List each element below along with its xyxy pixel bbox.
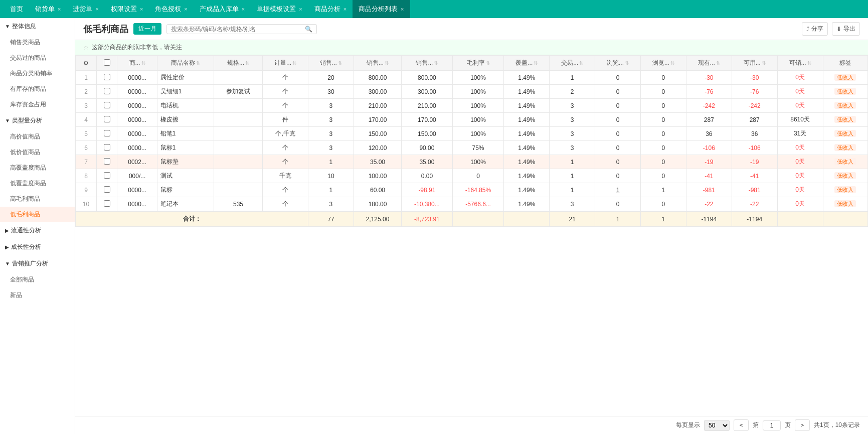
col-coverage[interactable]: 覆盖...⇅ [504, 56, 550, 71]
nav-role-auth[interactable]: 角色授权 × [149, 0, 193, 18]
row-select-checkbox[interactable] [104, 158, 110, 165]
col-browse1[interactable]: 浏览...⇅ [595, 56, 641, 71]
nav-home[interactable]: 首页 [4, 0, 29, 18]
row-browse1[interactable]: 1 [595, 183, 641, 197]
tag-badge: 低收入 [834, 116, 856, 123]
sort-icon: ⇅ [141, 60, 145, 66]
row-checkbox[interactable] [97, 141, 117, 155]
row-checkbox[interactable] [97, 85, 117, 99]
row-tag: 低收入 [823, 197, 867, 212]
col-checkbox[interactable] [97, 56, 117, 71]
close-icon[interactable]: × [140, 6, 143, 12]
row-select-checkbox[interactable] [104, 88, 110, 94]
search-icon[interactable]: 🔍 [305, 26, 312, 33]
sidebar-item-sales-products[interactable]: 销售类商品 [0, 35, 75, 50]
close-icon[interactable]: × [299, 6, 302, 12]
col-saleable[interactable]: 可销...⇅ [777, 56, 823, 71]
nav-sales-order[interactable]: 销货单 × [29, 0, 67, 18]
row-spec [214, 71, 262, 85]
search-input[interactable] [171, 26, 305, 33]
sidebar-section-overall[interactable]: ▼ 整体信息 [0, 18, 75, 35]
sidebar-item-category-sales-rate[interactable]: 商品分类助销率 [0, 66, 75, 81]
col-name[interactable]: 商品名称⇅ [157, 56, 214, 71]
row-checkbox[interactable] [97, 71, 117, 85]
row-checkbox[interactable] [97, 155, 117, 169]
tag-badge: 低收入 [834, 144, 856, 151]
col-browse2[interactable]: 浏览...⇅ [640, 56, 686, 71]
sidebar-section-marketing[interactable]: ▼ 营销推广分析 [0, 255, 75, 272]
row-saleable: 0天 [777, 183, 823, 197]
row-name: 吴细细1 [157, 85, 214, 99]
prev-page-button[interactable]: ＜ [734, 419, 749, 431]
row-checkbox[interactable] [97, 197, 117, 212]
col-sales-price[interactable]: 销售...⇅ [354, 56, 401, 71]
close-icon[interactable]: × [242, 6, 245, 12]
row-checkbox[interactable] [97, 127, 117, 141]
sidebar-item-traded-products[interactable]: 交易过的商品 [0, 50, 75, 66]
col-settings[interactable]: ⚙ [76, 56, 97, 71]
col-trade-count[interactable]: 交易...⇅ [550, 56, 595, 71]
row-settings: 1 [76, 71, 97, 85]
row-coverage: 1.49% [504, 141, 550, 155]
sidebar-item-in-stock-products[interactable]: 有库存的商品 [0, 81, 75, 97]
row-checkbox[interactable] [97, 113, 117, 127]
nav-template-settings[interactable]: 单据模板设置 × [251, 0, 308, 18]
row-browse2: 1 [640, 183, 686, 197]
close-icon[interactable]: × [184, 6, 187, 12]
close-icon[interactable]: × [95, 6, 98, 12]
next-page-button[interactable]: ＞ [795, 419, 810, 431]
close-icon[interactable]: × [343, 6, 346, 12]
export-button[interactable]: ⬇ 导出 [832, 22, 860, 36]
nav-product-analysis[interactable]: 商品分析 × [308, 0, 353, 18]
nav-product-analysis-list[interactable]: 商品分析列表 × [353, 0, 410, 18]
row-select-checkbox[interactable] [104, 74, 110, 80]
row-sales-price: 60.00 [354, 183, 401, 197]
row-select-checkbox[interactable] [104, 144, 110, 151]
row-select-checkbox[interactable] [104, 102, 110, 108]
row-select-checkbox[interactable] [104, 116, 110, 122]
sidebar-item-low-value[interactable]: 低价值商品 [0, 144, 75, 160]
col-unit[interactable]: 计量...⇅ [263, 56, 308, 71]
row-select-checkbox[interactable] [104, 200, 110, 207]
close-icon[interactable]: × [401, 6, 404, 12]
date-filter-button[interactable]: 近一月 [133, 23, 161, 35]
browse1-link[interactable]: 1 [616, 187, 620, 194]
select-all-checkbox[interactable] [104, 59, 110, 66]
nav-product-inbound[interactable]: 产成品入库单 × [194, 0, 251, 18]
sidebar-item-all-products[interactable]: 全部商品 [0, 272, 75, 287]
sidebar-section-liquidity[interactable]: ▶ 流通性分析 [0, 222, 75, 239]
sidebar-item-high-value[interactable]: 高价值商品 [0, 129, 75, 144]
row-available: -981 [732, 183, 777, 197]
row-select-checkbox[interactable] [104, 172, 110, 179]
col-gross-rate[interactable]: 毛利率⇅ [452, 56, 504, 71]
per-page-select[interactable]: 50 100 200 [704, 420, 730, 431]
col-available[interactable]: 可用...⇅ [732, 56, 777, 71]
col-sales-qty[interactable]: 销售...⇅ [308, 56, 354, 71]
warning-bar: ☆ 这部分商品的利润非常低，请关注 [75, 40, 868, 55]
sidebar-item-stock-capital[interactable]: 库存资金占用 [0, 97, 75, 112]
sidebar: ▼ 整体信息 销售类商品 交易过的商品 商品分类助销率 有库存的商品 库存资金占… [0, 18, 75, 434]
col-current-stock[interactable]: 现有...⇅ [686, 56, 732, 71]
nav-purchase-order[interactable]: 进货单 × [67, 0, 104, 18]
col-code[interactable]: 商...⇅ [117, 56, 157, 71]
row-code: 0000... [117, 127, 157, 141]
col-spec[interactable]: 规格...⇅ [214, 56, 262, 71]
sidebar-item-high-coverage[interactable]: 高覆盖度商品 [0, 160, 75, 176]
sidebar-item-new-products[interactable]: 新品 [0, 287, 75, 303]
row-select-checkbox[interactable] [104, 130, 110, 136]
sidebar-item-high-gross[interactable]: 高毛利商品 [0, 191, 75, 207]
col-sales-profit[interactable]: 销售...⇅ [402, 56, 453, 71]
sidebar-section-growth[interactable]: ▶ 成长性分析 [0, 239, 75, 255]
row-checkbox[interactable] [97, 99, 117, 113]
sidebar-section-type-analysis[interactable]: ▼ 类型量分析 [0, 112, 75, 129]
row-checkbox[interactable] [97, 169, 117, 183]
sidebar-item-low-gross[interactable]: 低毛利商品 [0, 207, 75, 222]
sidebar-item-low-coverage[interactable]: 低覆盖度商品 [0, 176, 75, 191]
browse1-link: 0 [616, 201, 620, 208]
share-button[interactable]: ⤴ 分享 [802, 22, 828, 36]
row-select-checkbox[interactable] [104, 186, 110, 193]
row-checkbox[interactable] [97, 183, 117, 197]
close-icon[interactable]: × [58, 6, 61, 12]
nav-permission-settings[interactable]: 权限设置 × [105, 0, 149, 18]
page-number-input[interactable] [763, 420, 781, 430]
